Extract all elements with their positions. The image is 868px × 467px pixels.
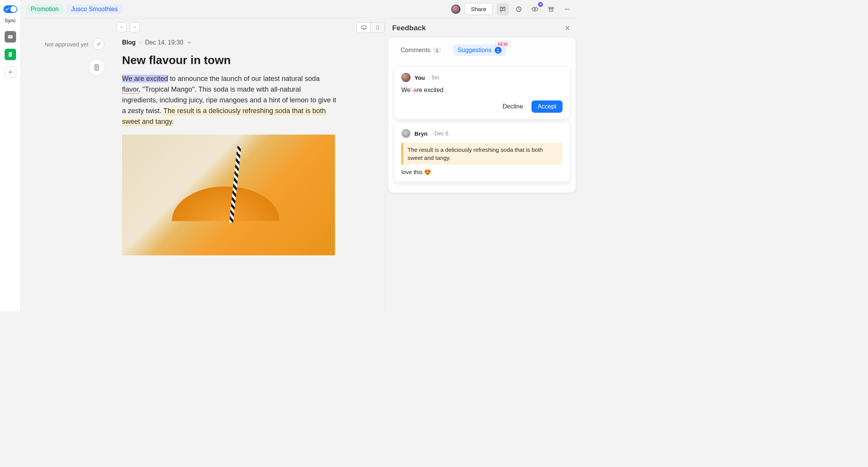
tab-suggestions-count: 1 [495,47,502,54]
sidebar-item-mail[interactable] [5,31,16,43]
approve-button[interactable] [93,38,104,50]
archive-button[interactable] [545,3,557,15]
history-button[interactable] [513,3,525,15]
doc-datetime: Dec 14, 19:30 [145,39,183,46]
avatar [401,129,411,138]
preview-button[interactable] [529,3,541,15]
svg-point-12 [565,8,566,10]
star-badge-icon [538,2,543,7]
tag-promotion[interactable]: Promotion [26,4,63,14]
tab-comments-label: Comments [401,47,430,54]
straw-graphic [229,146,241,223]
svg-point-14 [568,8,569,10]
avatar [401,73,411,82]
check-icon [5,7,10,12]
card-author: Bryn [414,130,427,137]
hero-image[interactable] [122,135,335,255]
mail-icon [7,34,13,40]
close-button[interactable] [563,24,572,32]
topbar: Promotion Jusco Smoothies Share [21,0,579,18]
new-badge: NEW [495,41,510,47]
svg-rect-10 [550,8,553,11]
svg-point-13 [567,8,568,10]
check-icon [96,41,101,47]
more-icon [564,6,571,13]
sidebar-item-document[interactable] [5,49,16,60]
tab-suggestions-label: Suggestions [458,47,492,54]
decline-button[interactable]: Decline [499,100,527,113]
feedback-title: Feedback [392,24,426,32]
document-icon [7,51,13,58]
suggestion-highlight: We are excited [122,75,168,82]
feedback-panel: Feedback Comments 1 Suggestions 1 [385,18,579,311]
prev-button[interactable] [117,22,127,32]
sync-label: Sync [5,18,16,23]
doc-type: Blog [122,39,136,46]
comment-card: Bryn Dec 6 The result is a deliciously r… [394,123,569,182]
spellcheck-word: flavor [122,86,139,94]
mobile-icon [375,25,380,30]
card-author: You [414,74,425,81]
plus-icon [8,69,13,75]
svg-rect-0 [8,35,13,38]
desktop-view-button[interactable] [357,23,371,33]
comment-icon [499,6,506,13]
card-time: Dec 6 [431,130,448,136]
device-toggle [356,22,385,33]
comments-toggle-button[interactable] [497,3,509,15]
chevron-down-icon [132,25,137,30]
approval-status: Not approved yet [45,41,88,48]
svg-rect-15 [361,26,366,28]
avatar[interactable] [451,5,460,14]
accept-button[interactable]: Accept [531,100,563,113]
page-title[interactable]: New flavour in town [122,54,370,67]
tag-brand[interactable]: Jusco Smoothies [66,4,122,14]
comment-text: love this 😍 [401,169,563,176]
history-icon [515,6,522,13]
archive-icon [548,6,554,13]
document-meta[interactable]: Blog Dec 14, 19:30 [122,39,370,46]
content-area: Not approved yet Blog Dec 14, 19:30 [21,18,385,311]
tab-comments[interactable]: Comments 1 [396,44,446,56]
chevron-up-icon [119,25,124,30]
svg-point-8 [534,8,536,10]
tab-comments-count: 1 [433,48,441,53]
share-button[interactable]: Share [464,3,493,15]
document-icon [93,64,100,71]
svg-point-19 [378,29,378,29]
more-button[interactable] [561,3,573,15]
close-icon [564,25,571,31]
suggestion-card: You 5m We' are excited Decline Accept [394,67,569,119]
chevron-down-icon [186,40,192,45]
next-button[interactable] [130,22,140,32]
body-text[interactable]: We are excited to announce the launch of… [122,74,337,127]
document-type-button[interactable] [89,60,104,75]
card-time: 5m [429,74,439,81]
comment-quote: The result is a deliciously refreshing s… [401,143,563,165]
left-rail: Sync [0,0,21,311]
suggestion-text: We' are excited [401,87,563,94]
desktop-icon [361,25,367,31]
sidebar-add-button[interactable] [5,66,16,78]
mobile-view-button[interactable] [371,23,384,33]
eye-icon [531,5,539,13]
sync-toggle[interactable] [3,5,17,13]
tab-suggestions[interactable]: Suggestions 1 NEW [453,44,506,56]
